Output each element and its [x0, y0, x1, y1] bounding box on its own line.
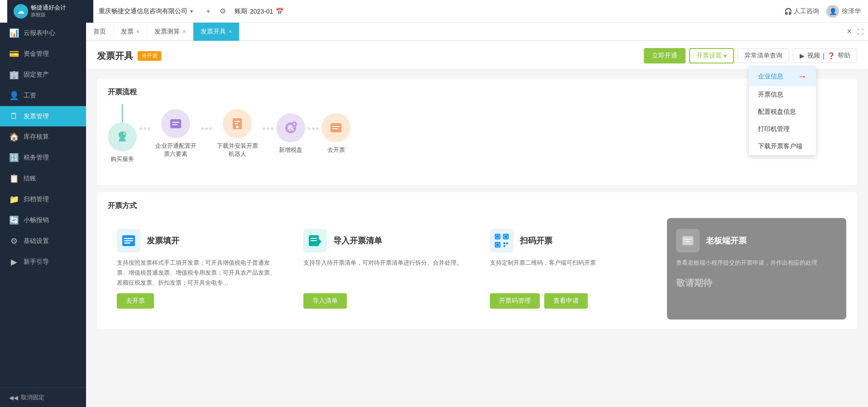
period-label: 账期	[235, 7, 247, 15]
svg-rect-21	[124, 242, 130, 244]
tab-invoice-open[interactable]: 发票开具 ×	[193, 23, 240, 41]
fill-invoice-desc: 支持按照发票样式手工填开发票；可开具增值税电子普通发票、增值税普通发票、增值税专…	[117, 258, 278, 288]
guide-icon: ▶	[9, 257, 19, 267]
sidebar-item-invoice-mgmt[interactable]: 🗒 发票管理	[0, 106, 86, 126]
tab-invoice-test-close[interactable]: ×	[182, 29, 186, 35]
video-label: 视频	[807, 52, 820, 60]
sidebar-item-guide[interactable]: ▶ 新手引导	[0, 252, 86, 272]
activate-button[interactable]: 立即开通	[644, 48, 686, 63]
page-title-area: 发票开具 待开通	[97, 50, 161, 62]
payroll-icon: 👤	[9, 91, 19, 101]
tab-close-window[interactable]: ×	[846, 26, 853, 37]
dropdown-item-download-client[interactable]: 下载开票客户端	[749, 138, 816, 155]
tab-invoice-test[interactable]: 发票测算 ×	[147, 23, 193, 41]
svg-point-9	[236, 126, 239, 128]
top-actions: + ⚙	[202, 5, 229, 18]
company-config-icon	[161, 109, 190, 138]
tab-invoice[interactable]: 发票 ×	[114, 23, 147, 41]
import-list-title: 导入开票清单	[333, 235, 382, 246]
tab-invoice-close[interactable]: ×	[136, 29, 139, 35]
sidebar: 📊 云报表中心 💳 资金管理 🏢 固定资产 👤 工资 🗒 发票管理	[0, 23, 86, 407]
flow-step-add-tax: 税++ 新增税盘	[276, 113, 305, 154]
sidebar-item-inventory[interactable]: 🏠 库存核算	[0, 126, 86, 147]
sidebar-label-report-sale: 小畅报销	[24, 216, 49, 224]
play-icon: ▶	[800, 52, 805, 59]
connector-3	[263, 127, 273, 140]
settings-button-label: 开票设置	[696, 52, 722, 60]
boss-invoice-overlay-text: 敬请期待	[676, 277, 837, 289]
consulting-link[interactable]: 🎧 人工咨询	[784, 7, 819, 15]
checkout-icon: 📋	[9, 174, 19, 184]
svg-rect-36	[684, 241, 690, 242]
boss-invoice-icon	[676, 229, 700, 252]
user-info[interactable]: 👤 徐泽华	[826, 5, 861, 18]
connector-4	[308, 127, 319, 140]
dropdown-item-tax-disk[interactable]: 配置税盘信息	[749, 103, 816, 121]
svg-rect-5	[172, 124, 177, 125]
cancel-fixed-button[interactable]: ◀◀ 取消固定	[0, 388, 86, 407]
dropdown-printer-label: 打印机管理	[758, 125, 790, 132]
tab-invoice-open-close[interactable]: ×	[229, 29, 232, 35]
tab-invoice-test-label: 发票测算	[154, 28, 180, 36]
sidebar-item-checkout[interactable]: 📋 结账	[0, 168, 86, 189]
svg-rect-17	[332, 128, 338, 129]
tab-maximize-window[interactable]: ⛶	[856, 27, 864, 36]
download-icon	[223, 109, 252, 138]
divider: |	[823, 52, 825, 59]
svg-rect-30	[496, 243, 499, 246]
method-card-scan: 扫码开票 支持定制开票二维码，客户端可扫码开票 开票码管理 查看申请	[481, 218, 660, 320]
logo-text-block: 畅捷通好会计 旗舰版	[31, 4, 66, 19]
scan-invoice-view-apply-btn[interactable]: 查看申请	[544, 293, 588, 309]
sidebar-item-fund[interactable]: 💳 资金管理	[0, 44, 86, 64]
import-list-btn[interactable]: 导入清单	[303, 293, 347, 309]
dropdown-item-company-info[interactable]: 企业信息 →	[749, 67, 816, 86]
sidebar-item-payroll[interactable]: 👤 工资	[0, 85, 86, 106]
flow-step-download: 下载并安装开票机器人	[215, 109, 260, 158]
calendar-icon[interactable]: 📅	[276, 8, 283, 15]
help-label: 帮助	[838, 52, 850, 60]
sidebar-item-archive[interactable]: 📁 归档管理	[0, 189, 86, 210]
company-dropdown-arrow: ▾	[190, 8, 193, 15]
fill-invoice-btn[interactable]: 去开票	[117, 293, 154, 309]
status-badge: 待开通	[138, 51, 161, 61]
sidebar-item-report-sale[interactable]: 🔄 小畅报销	[0, 210, 86, 231]
sidebar-label-settings: 基础设置	[24, 237, 49, 245]
dropdown-company-info-label: 企业信息	[758, 73, 783, 81]
settings-icon[interactable]: ⚙	[216, 5, 229, 18]
headset-icon: 🎧	[784, 8, 792, 15]
company-config-label: 企业开通配置开票六要素	[153, 142, 198, 158]
svg-rect-8	[235, 123, 238, 124]
archive-icon: 📁	[9, 194, 19, 204]
abnormal-button[interactable]: 异常清单查询	[738, 48, 789, 63]
cancel-fixed-label: 取消固定	[21, 393, 44, 402]
video-help-button[interactable]: ▶ 视频 | ❓ 帮助	[793, 48, 857, 63]
sidebar-item-fixed-assets[interactable]: 🏢 固定资产	[0, 64, 86, 85]
content-area: 首页 发票 × 发票测算 × 发票开具 × × ⛶	[86, 23, 868, 407]
svg-rect-32	[506, 242, 508, 244]
download-label: 下载并安装开票机器人	[215, 142, 260, 158]
inventory-icon: 🏠	[9, 132, 19, 142]
sidebar-item-cloud-report[interactable]: 📊 云报表中心	[0, 23, 86, 44]
add-button[interactable]: +	[202, 5, 215, 18]
svg-rect-24	[311, 240, 317, 241]
sidebar-label-cloud-report: 云报表中心	[24, 29, 55, 37]
scan-invoice-code-mgmt-btn[interactable]: 开票码管理	[490, 293, 540, 309]
dropdown-item-printer[interactable]: 打印机管理	[749, 121, 816, 138]
invoice-methods-title: 开票方式	[108, 201, 846, 211]
sidebar-item-settings[interactable]: ⚙ 基础设置	[0, 231, 86, 252]
dropdown-item-invoice-info[interactable]: 开票信息	[749, 86, 816, 103]
dropdown-invoice-info-label: 开票信息	[758, 91, 783, 98]
red-arrow-icon: →	[798, 71, 807, 82]
tab-home[interactable]: 首页	[86, 23, 114, 41]
settings-button[interactable]: 开票设置 ▾	[689, 48, 734, 63]
sidebar-item-tax[interactable]: 🔢 税务管理	[0, 147, 86, 168]
company-selector[interactable]: 重庆畅捷交通信息咨询有限公司 ▾	[99, 7, 193, 15]
svg-rect-26	[496, 235, 499, 238]
connector-1	[139, 127, 150, 140]
right-tools: 🎧 人工咨询 👤 徐泽华	[784, 5, 861, 18]
svg-rect-35	[684, 239, 691, 240]
settings-sidebar-icon: ⚙	[9, 236, 19, 246]
cancel-fixed-icon: ◀◀	[9, 394, 18, 401]
svg-rect-15	[331, 123, 341, 132]
go-invoice-icon	[321, 113, 350, 142]
